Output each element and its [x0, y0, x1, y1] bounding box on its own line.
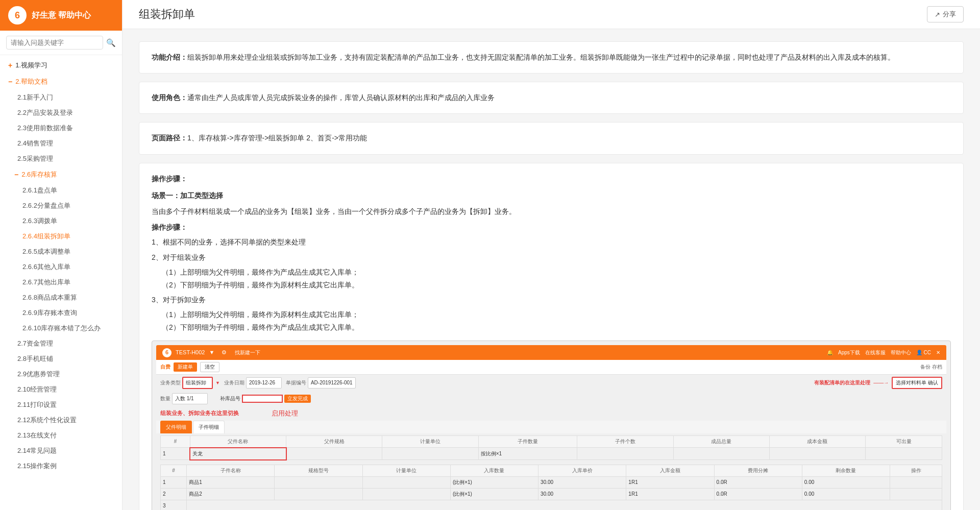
mock-new-btn[interactable]: 新建单: [174, 362, 197, 372]
sidebar-item-2-8[interactable]: 2.8手机旺铺: [0, 351, 122, 367]
sidebar-item-2-15[interactable]: 2.15操作案例: [0, 458, 122, 474]
intro-card: 功能介绍：组装拆卸单用来处理企业组装或拆卸等加工业务，支持有固定装配清单的产品加…: [139, 41, 964, 74]
mock-tab-father[interactable]: 父件明细: [160, 421, 192, 433]
sidebar-item-2-10[interactable]: 2.10经营管理: [0, 382, 122, 397]
sidebar-item-2-6-5[interactable]: 2.6.5成本调整单: [0, 244, 122, 259]
step2-text: 2、对于组装业务: [152, 251, 951, 264]
sidebar-item-2-2[interactable]: 2.2产品安装及登录: [0, 105, 122, 120]
mock-toolbar-right: 备份 存档: [920, 362, 942, 372]
screenshot-mockup: 6 TEST-H002 ▼ ⚙ 找新建一下 🔔 Apps下载 在线客服 帮助中心…: [152, 341, 951, 510]
mock-lower-th-9: 操作: [890, 465, 942, 476]
sidebar-item-2-1[interactable]: 2.1新手入门: [0, 90, 122, 105]
sidebar-search-area: 🔍: [0, 31, 122, 55]
lower-td-0-8: 0.00: [802, 476, 890, 488]
mock-find-btn[interactable]: 找新建一下: [231, 348, 264, 357]
mock-upper-th-7: 成本金额: [769, 435, 865, 448]
mock-upper-th-6: 成品总量: [673, 435, 769, 448]
sidebar-item-2-3[interactable]: 2.3使用前数据准备: [0, 120, 122, 136]
mock-anno3-text: 组装业务、拆卸业务在这里切换: [160, 408, 239, 419]
sidebar-item-2-5[interactable]: 2.5采购管理: [0, 151, 122, 166]
sidebar-item-2-6-8[interactable]: 2.6.8商品成本重算: [0, 290, 122, 305]
lower-td-1-7: 0.0R: [714, 488, 802, 500]
mock-docno-val: AD-20191226-001: [308, 377, 356, 388]
td-2-1: [187, 500, 942, 510]
sidebar-item-2-13[interactable]: 2.13在线支付: [0, 428, 122, 443]
mock-subwh: 补库品号 立发完成: [220, 394, 311, 403]
lower-td-0-5: 30.00: [538, 476, 626, 488]
mock-anno2-btn: 选择对料料单 确认: [892, 377, 942, 389]
mock-field-docno: 单据编号 AD-20191226-001: [286, 377, 356, 388]
mock-lower-th-7: 费用分摊: [714, 465, 802, 476]
lower-td-1-6: 1R1: [626, 488, 714, 500]
mock-lower-th-0: #: [161, 465, 187, 476]
mock-clear-btn[interactable]: 清空: [200, 362, 219, 372]
table-row: 1 关龙 按比例×1: [161, 448, 942, 460]
mock-subwh-input[interactable]: [242, 395, 283, 403]
mock-anno1-arrow: ——→: [873, 378, 889, 387]
mock-upper-th-4: 子件数量: [478, 435, 577, 448]
sidebar-item-2-4[interactable]: 2.4销售管理: [0, 136, 122, 151]
scenario1-block: 场景一：加工类型选择 当由多个子件材料组装成一个成品的业务为【组装】业务，当由一…: [152, 189, 951, 334]
role-body: 通常由生产人员或库管人员完成拆装业务的操作，库管人员确认原材料的出库和产成品的入…: [187, 93, 495, 102]
share-button[interactable]: ↗ 分享: [927, 6, 964, 22]
mock-upper-th-0: #: [161, 435, 190, 448]
sidebar-item-2-6-7[interactable]: 2.6.7其他出库单: [0, 275, 122, 290]
mock-confirm-btn[interactable]: 立发完成: [284, 395, 311, 403]
sidebar-item-2-12[interactable]: 2.12系统个性化设置: [0, 412, 122, 428]
scenario1-desc: 当由多个子件材料组装成一个成品的业务为【组装】业务，当由一个父件拆分成多个子产品…: [152, 205, 951, 218]
mock-tab-child[interactable]: 子件明细: [193, 421, 225, 433]
sidebar-item-2-6-3[interactable]: 2.6.3调拨单: [0, 213, 122, 229]
top-bar: 组装拆卸单 ↗ 分享: [122, 0, 980, 29]
mock-apps-label: Apps下载: [838, 348, 860, 357]
sidebar-item-2-6-6[interactable]: 2.6.6其他入库单: [0, 259, 122, 275]
mock-upper-td-0-0: 1: [161, 448, 190, 460]
mock-date-label: 业务日期: [224, 378, 244, 387]
step3-1-text: （1）上部明细为父件明细，最终作为原材料生成其它出库单；: [152, 308, 951, 321]
mock-upper-td-0-7: [769, 448, 865, 460]
path-label: 页面路径：: [152, 134, 187, 142]
mock-toolbar: 自费 新建单 清空 备份 存档: [156, 360, 946, 375]
search-button[interactable]: 🔍: [106, 38, 116, 47]
mock-upper-table-wrap: # 父件名称 父件规格 计量单位 子件数量 子件个数 成品总量 成本金额 可出量: [156, 433, 946, 463]
sidebar-item-2-6[interactable]: − 2.6库存核算: [0, 166, 122, 183]
mock-help-label: 帮助中心: [891, 348, 911, 357]
lower-td-1-8: 0.00: [802, 488, 890, 500]
sidebar-item-2-9[interactable]: 2.9优惠券管理: [0, 367, 122, 382]
sidebar-item-2-6-9[interactable]: 2.6.9库存账本查询: [0, 305, 122, 321]
mock-upper-td-0-3: [382, 448, 478, 460]
sidebar-item-2-14[interactable]: 2.14常见问题: [0, 443, 122, 458]
role-text: 使用角色：通常由生产人员或库管人员完成拆装业务的操作，库管人员确认原材料的出库和…: [152, 91, 951, 104]
sidebar-item-2[interactable]: − 2.帮助文档: [0, 74, 122, 90]
mock-upper-th-5: 子件个数: [577, 435, 673, 448]
mock-lower-table-wrap: # 子件名称 规格型号 计量单位 入库数量 入库单价 入库金额 费用分摊 剩余数…: [156, 463, 946, 510]
nav-2-children: 2.1新手入门 2.2产品安装及登录 2.3使用前数据准备 2.4销售管理 2.…: [0, 90, 122, 474]
sidebar-item-2-6-1[interactable]: 2.6.1盘点单: [0, 183, 122, 198]
sidebar-item-1[interactable]: + 1.视频学习: [0, 57, 122, 74]
logo-icon: 6: [8, 6, 27, 25]
sidebar-item-2-11[interactable]: 2.11打印设置: [0, 397, 122, 412]
sidebar-item-2-7[interactable]: 2.7资金管理: [0, 336, 122, 351]
lower-td-1-1: 商品2: [187, 488, 275, 500]
step3-text: 3、对于拆卸业务: [152, 294, 951, 306]
mock-field-biztype: 业务类型 组装拆卸 ▼: [160, 377, 220, 389]
mock-bell-icon: 🔔: [827, 348, 833, 357]
sidebar-item-2-6-10[interactable]: 2.6.10库存账本错了怎么办: [0, 321, 122, 336]
mock-upper-th-1: 父件名称: [190, 435, 286, 448]
mock-upper-td-0-1: 关龙: [190, 448, 286, 460]
mock-lower-head-row: # 子件名称 规格型号 计量单位 入库数量 入库单价 入库金额 费用分摊 剩余数…: [161, 465, 942, 476]
sidebar-item-2-6-label: 2.6库存核算: [21, 170, 57, 179]
sidebar-item-2-label: 2.帮助文档: [15, 77, 47, 86]
mock-lower-th-2: 规格型号: [275, 465, 362, 476]
lower-td-0-0: 1: [161, 476, 187, 488]
mock-biztype-label: 业务类型: [160, 378, 181, 387]
search-input[interactable]: [6, 36, 103, 50]
steps-card: 操作步骤： 场景一：加工类型选择 当由多个子件材料组装成一个成品的业务为【组装】…: [139, 163, 964, 510]
mock-form-row1: 业务类型 组装拆卸 ▼ 业务日期 2019-12-26 单据编号 AD-2019…: [156, 375, 946, 391]
sidebar: 6 好生意 帮助中心 🔍 + 1.视频学习 − 2.帮助文档 2.1新手入门 2…: [0, 0, 122, 510]
intro-label: 功能介绍：: [152, 53, 187, 61]
sidebar-item-2-6-2[interactable]: 2.6.2分量盘点单: [0, 198, 122, 213]
mock-tabs: 父件明细 子件明细: [156, 421, 946, 433]
mock-qty-val: 入数 1/1: [172, 393, 208, 404]
sidebar-item-2-6-4[interactable]: 2.6.4组装拆卸单: [0, 229, 122, 244]
table-row: 2 商品2 (比例×1) 30.00 1R1 0.0R 0.00: [161, 488, 942, 500]
